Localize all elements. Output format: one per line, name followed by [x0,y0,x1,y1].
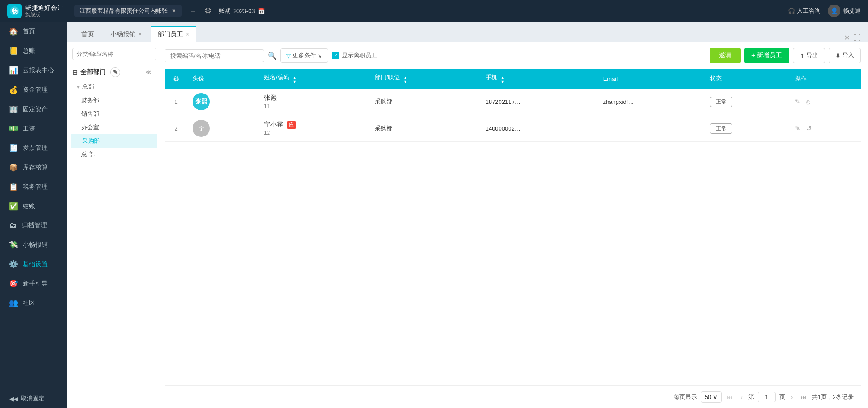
name-sort-icons: ▲▼ [292,76,297,84]
tab-department[interactable]: 部门员工 × [151,26,196,42]
sidebar-item-community[interactable]: 👥 社区 [0,293,67,313]
header-right: 🎧 人工咨询 👤 畅捷通 [788,5,861,17]
sidebar-item-assets[interactable]: 🏢 固定资产 [0,99,67,119]
row1-actions: ✎ ⎋ [789,89,861,115]
sidebar-item-archive[interactable]: 🗂 归档管理 [0,216,67,235]
header-actions: ＋ ⚙ [182,5,219,16]
import-button[interactable]: ⬇ 导入 [829,48,861,63]
row1-avatar-cell: 张熙 [187,89,259,115]
export-icon: ⬆ [800,52,805,59]
user-avatar: 👤 [828,5,840,17]
company-dropdown-icon: ▼ [171,8,176,14]
tab-department-close-icon[interactable]: × [186,31,189,38]
tab-expense[interactable]: 小畅报销 × [103,27,149,42]
grid-icon: ⊞ [72,69,78,76]
dept-collapse-icon[interactable]: ≪ [146,69,151,75]
tab-home[interactable]: 首页 [74,27,101,42]
dept-item-caigou[interactable]: 采购部 [71,134,157,148]
settings-icon[interactable]: ⚙ [204,6,212,16]
emp-search-button[interactable]: 🔍 [268,52,277,60]
sidebar-item-ledger[interactable]: 📒 总账 [0,41,67,61]
filter-icon: ▽ [286,52,291,59]
dept-tree: ▼ 总部 财务部 销售部 办公室 采购部 总 部 [67,80,157,161]
col-phone[interactable]: 手机 ▲▼ [480,69,598,89]
row2-dept: 采购部 [369,115,480,142]
page-next-button[interactable]: › [789,393,795,402]
col-dept[interactable]: 部门/职位 ▲▼ [369,69,480,89]
row2-edit-icon[interactable]: ✎ [795,124,801,132]
tab-bar: 首页 小畅报销 × 部门员工 × ✕ ⛶ [67,22,868,42]
add-employee-button[interactable]: + 新增员工 [744,48,789,63]
row1-status: 正常 [704,89,789,115]
sidebar-item-home[interactable]: 🏠 首页 [0,22,67,41]
dept-item-caiwu[interactable]: 财务部 [71,94,157,107]
row2-action-icons: ✎ ↺ [795,124,855,132]
window-close-icon[interactable]: ✕ [844,33,850,42]
row1-index: 1 [165,89,187,115]
per-page-select[interactable]: 50 ∨ [701,391,722,403]
col-actions: 操作 [789,69,861,89]
row1-avatar: 张熙 [193,93,210,110]
page-input[interactable] [758,392,776,402]
dept-edit-icon[interactable]: ✎ [110,67,120,77]
cancel-pin-button[interactable]: ◀◀ 取消固定 [0,389,67,408]
sidebar-item-expense[interactable]: 💸 小畅报销 [0,235,67,254]
emp-search-input[interactable] [165,49,264,62]
filter-button[interactable]: ▽ 更多条件 ∨ [280,48,328,63]
row1-name-cell: 张熙 11 [259,89,369,115]
row2-refresh-icon[interactable]: ↺ [806,124,812,132]
sidebar-item-inventory[interactable]: 📦 库存核算 [0,158,67,177]
calendar-icon[interactable]: 📅 [258,8,265,14]
sidebar-item-report[interactable]: 📊 云报表中心 [0,61,67,80]
show-resigned-checkbox[interactable] [332,52,339,59]
sidebar-item-checkout[interactable]: ✅ 结账 [0,197,67,216]
archive-icon: 🗂 [9,221,17,230]
tab-expense-close-icon[interactable]: × [138,31,142,38]
col-avatar: 头像 [187,69,259,89]
col-name[interactable]: 姓名/编码 ▲▼ [259,69,369,89]
dept-item-zongbu[interactable]: 总 部 [71,148,157,161]
row1-dept: 采购部 [369,89,480,115]
page-total-label: 共1页，2条记录 [812,393,854,401]
all-dept-button[interactable]: ⊞ 全部部门 ✎ ≪ [67,65,157,80]
page-prev-button[interactable]: ‹ [739,393,745,402]
row2-avatar: 宁 [193,120,210,137]
per-page-label: 每页显示 [674,393,697,401]
salary-icon: 💵 [9,124,18,133]
page-first-button[interactable]: ⏮ [725,393,735,402]
company-selector[interactable]: 江西服宝精品有限责任公司内账张 ▼ [74,5,182,17]
add-button[interactable]: ＋ [189,5,197,16]
dept-item-xiaoshou[interactable]: 销售部 [71,107,157,121]
invite-button[interactable]: 邀请 [710,48,741,63]
sidebar-item-settings[interactable]: ⚙️ 基础设置 [0,254,67,274]
table-row: 1 张熙 张熙 11 采购部 187202117… zhan [165,89,861,115]
col-settings[interactable]: ⚙ [165,69,187,89]
expense-icon: 💸 [9,240,18,249]
row2-status: 正常 [704,115,789,142]
sidebar-item-salary[interactable]: 💵 工资 [0,119,67,138]
window-expand-icon[interactable]: ⛶ [854,34,861,42]
page-last-button[interactable]: ⏭ [798,393,808,402]
page-content: 🔍 ⊞ 全部部门 ✎ ≪ ▼ 总部 财务部 销售部 [67,42,868,408]
sidebar-item-invoice[interactable]: 🧾 发票管理 [0,138,67,158]
guide-icon: 🎯 [9,279,18,288]
logo-area: 畅 畅捷通好会计 旗舰版 [7,4,74,18]
sidebar-item-tax[interactable]: 📋 税务管理 [0,177,67,197]
sidebar: 🏠 首页 📒 总账 📊 云报表中心 💰 资金管理 🏢 固定资产 💵 工资 🧾 发… [0,22,67,408]
row1-edit-icon[interactable]: ✎ [795,98,801,106]
dept-search-input[interactable] [72,48,156,60]
home-icon: 🏠 [9,27,18,36]
user-area[interactable]: 👤 畅捷通 [828,5,861,17]
row1-logout-icon[interactable]: ⎋ [806,98,810,106]
sidebar-item-capital[interactable]: 💰 资金管理 [0,80,67,99]
support-button[interactable]: 🎧 人工咨询 [788,7,821,15]
export-button[interactable]: ⬆ 导出 [793,48,825,63]
sidebar-item-guide[interactable]: 🎯 新手引导 [0,274,67,293]
show-resigned-toggle[interactable]: 显示离职员工 [332,52,377,60]
row1-action-icons: ✎ ⎋ [795,98,855,106]
dept-item-bangong[interactable]: 办公室 [71,121,157,134]
community-icon: 👥 [9,299,18,307]
tag-badge: 应 [287,121,296,129]
assets-icon: 🏢 [9,105,18,113]
right-buttons: 邀请 + 新增员工 ⬆ 导出 ⬇ 导入 [710,48,861,63]
